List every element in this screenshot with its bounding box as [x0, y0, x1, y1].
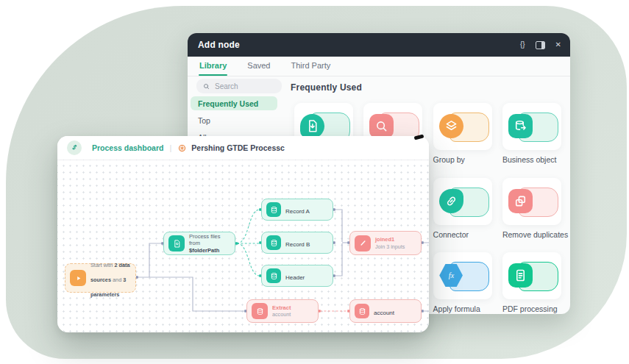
- database-icon: [355, 304, 369, 318]
- node-tile-apply-formula[interactable]: fx Apply formula: [433, 252, 492, 313]
- close-icon[interactable]: ✕: [555, 41, 561, 49]
- breadcrumb-dashboard[interactable]: Process dashboard: [92, 143, 163, 152]
- join-icon: [355, 235, 371, 251]
- sidebar-item-top[interactable]: Top: [191, 113, 277, 127]
- search-placeholder: Search: [215, 82, 238, 90]
- link-icon: [439, 189, 463, 213]
- copy-icon: [508, 189, 533, 213]
- flow-node-text: Record B: [285, 235, 310, 250]
- database-icon: [266, 202, 281, 217]
- flow-node-extract[interactable]: Extractaccount: [246, 299, 319, 323]
- tab-saved[interactable]: Saved: [246, 57, 271, 75]
- tile-label: Apply formula: [433, 304, 492, 313]
- tab-third-party[interactable]: Third Party: [291, 57, 332, 75]
- flow-node-account[interactable]: account: [349, 299, 422, 323]
- node-tile-group-by[interactable]: Group by: [433, 103, 492, 164]
- search-icon: [369, 114, 394, 138]
- flow-canvas[interactable]: Start with 2 data sources and 3 paramete…: [57, 160, 429, 332]
- tab-bar: Library Saved Third Party: [188, 57, 570, 76]
- flow-node-start[interactable]: Start with 2 data sources and 3 paramete…: [65, 263, 136, 293]
- flow-node-recordB[interactable]: Record B: [261, 232, 333, 254]
- flow-node-recordA[interactable]: Record A: [261, 199, 333, 221]
- process-dashboard-window: Process dashboard | Pershing GTDE Proces…: [57, 136, 429, 332]
- search-input[interactable]: Search: [196, 79, 282, 93]
- file-download-icon: [300, 114, 324, 138]
- layers-icon: [439, 114, 463, 138]
- window-title: Add node: [198, 40, 240, 50]
- play-icon: [70, 270, 86, 286]
- connection-ports[interactable]: [135, 208, 424, 313]
- document-icon: [508, 263, 533, 288]
- tile-label: Remove duplicates: [502, 230, 561, 239]
- section-heading: Frequently Used: [291, 82, 362, 93]
- flow-node-text: Process files from$folderPath: [189, 233, 230, 254]
- flow-node-process[interactable]: Process files from$folderPath: [163, 232, 235, 255]
- database-icon: [252, 303, 268, 319]
- flow-node-text: account: [374, 304, 394, 318]
- flow-node-joined1[interactable]: joined1Join 3 inputs: [349, 231, 422, 255]
- swap-icon: [67, 140, 82, 155]
- tile-label: Group by: [433, 155, 492, 164]
- flow-node-text: Header: [285, 268, 305, 283]
- database-icon: [266, 235, 281, 250]
- flow-node-text: joined1Join 3 inputs: [375, 236, 405, 249]
- tile-label: Connector: [433, 230, 492, 239]
- node-tile-business-object[interactable]: Business object: [502, 103, 561, 164]
- flow-node-text: Start with 2 data sources and 3 paramete…: [90, 256, 131, 300]
- flow-node-header[interactable]: Header: [261, 265, 333, 287]
- file-download-icon: [168, 235, 185, 251]
- panel-icon[interactable]: [536, 41, 545, 49]
- tile-label: Business object: [502, 155, 561, 164]
- code-icon[interactable]: {}: [520, 41, 525, 49]
- node-tile-pdf-processing[interactable]: PDF processing: [502, 252, 561, 313]
- flow-node-text: Extractaccount: [272, 304, 291, 318]
- node-tile-remove-duplicates[interactable]: Remove duplicates: [502, 178, 561, 239]
- svg-text:fx: fx: [448, 271, 454, 279]
- screenshot-stage: Add node {} ✕ Library Saved Third Party …: [0, 0, 629, 364]
- tile-label: PDF processing: [502, 304, 561, 313]
- gear-icon: [177, 143, 187, 153]
- search-icon: [202, 82, 210, 90]
- port-dot[interactable]: [235, 242, 238, 245]
- node-tile-connector[interactable]: Connector: [433, 178, 492, 239]
- sidebar-item-frequently-used[interactable]: Frequently Used: [191, 96, 277, 110]
- database-icon: [266, 268, 281, 283]
- database-arrow-icon: [508, 114, 533, 138]
- tab-library[interactable]: Library: [199, 57, 227, 75]
- breadcrumb-divider: |: [169, 143, 171, 152]
- library-sidebar: Search Frequently Used Top All: [191, 79, 277, 144]
- flow-titlebar: Process dashboard | Pershing GTDE Proces…: [57, 136, 429, 160]
- breadcrumb-process-title[interactable]: Pershing GTDE Processc: [191, 143, 285, 152]
- flow-node-text: Record A: [285, 202, 310, 217]
- add-node-titlebar: Add node {} ✕: [188, 33, 570, 57]
